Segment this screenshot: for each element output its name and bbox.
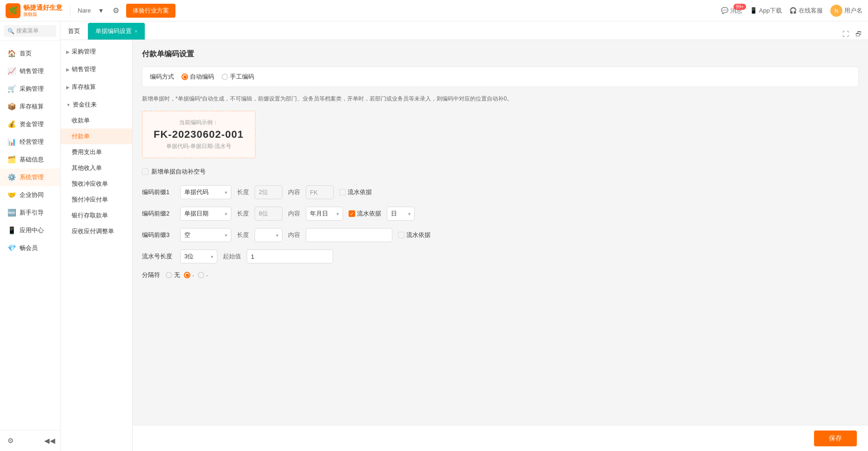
content-area: 首页 单据编码设置 × ⛶ 🗗 ▶ 采购管理 xyxy=(61,21,868,451)
stream1-check[interactable]: 流水依据 xyxy=(339,188,372,196)
tab-home-label: 首页 xyxy=(68,27,80,35)
sub-item-prepay-pay[interactable]: 预付冲应付单 xyxy=(61,192,132,208)
sidebar-item-sales[interactable]: 📈 销售管理 xyxy=(0,62,60,80)
prefix2-value: 单据日期 xyxy=(184,209,209,218)
sidebar-item-home[interactable]: 🏠 首页 xyxy=(0,45,60,62)
prefix2-select[interactable]: 单据日期 ▾ xyxy=(180,207,231,221)
app-download[interactable]: 📱 App下载 xyxy=(750,7,782,15)
content2-select[interactable]: 年月日 ▾ xyxy=(306,207,343,221)
encoding-method-label: 编码方式 xyxy=(150,73,174,81)
sidebar-item-guide[interactable]: 🆕 新手引导 xyxy=(0,204,60,222)
service-label: 在线客服 xyxy=(799,7,823,15)
stream2-select[interactable]: 日 ▾ xyxy=(387,207,415,221)
sub-item-expense[interactable]: 费用支出单 xyxy=(61,144,132,160)
sidebar-item-operation[interactable]: 📊 经营管理 xyxy=(0,133,60,151)
trial-button[interactable]: 体验行业方案 xyxy=(126,4,175,18)
arrow-icon: ▶ xyxy=(66,85,70,90)
save-button[interactable]: 保存 xyxy=(814,431,857,446)
auto-fill-checkbox[interactable]: 新增单据自动补空号 xyxy=(142,168,859,176)
sub-group-inventory-title[interactable]: ▶ 库存核算 xyxy=(61,79,132,95)
arrow-icon: ▶ xyxy=(66,49,70,54)
topbar-right: 💬 消息 99+ 📱 App下载 🎧 在线客服 N 用户名 xyxy=(721,5,862,17)
prefix3-select[interactable]: 空 ▾ xyxy=(180,228,231,242)
sidebar-item-member[interactable]: 💎 畅会员 xyxy=(0,239,60,257)
stream3-label: 流水依据 xyxy=(406,231,431,239)
content2-label: 内容 xyxy=(288,209,300,218)
start-value-input[interactable] xyxy=(247,249,333,263)
form-title: 付款单编码设置 xyxy=(142,49,859,59)
sidebar-item-label: 首页 xyxy=(20,49,32,58)
preview-box: 当前编码示例： FK-20230602-001 单据代码-单据日期-流水号 xyxy=(142,111,256,158)
sales-icon: 📈 xyxy=(7,67,16,75)
app-icon: 📱 xyxy=(750,7,757,14)
prefix3-arrow: ▾ xyxy=(225,233,227,238)
online-service[interactable]: 🎧 在线客服 xyxy=(789,7,823,15)
sidebar-item-system[interactable]: ⚙️ 系统管理 xyxy=(0,168,60,186)
prefix1-select[interactable]: 单据代码 ▾ xyxy=(180,185,231,199)
sidebar-item-app[interactable]: 📱 应用中心 xyxy=(0,222,60,239)
sub-item-prepay-recv[interactable]: 预收冲应收单 xyxy=(61,176,132,192)
sidebar-search[interactable]: 🔍 搜索菜单 xyxy=(0,21,60,41)
finance-icon: 💰 xyxy=(7,120,16,128)
maximize-icon[interactable]: ⛶ xyxy=(840,28,851,40)
prefix1-value: 单据代码 xyxy=(184,188,209,196)
logo: 🌿 畅捷通好生意 旗舰版 xyxy=(6,3,62,18)
message-badge: 99+ xyxy=(733,4,746,10)
restore-icon[interactable]: 🗗 xyxy=(853,28,864,40)
sub-item-payment[interactable]: 付款单 xyxy=(61,128,132,144)
sidebar-item-label: 资金管理 xyxy=(20,120,44,128)
sidebar-item-partner[interactable]: 🤝 企业协同 xyxy=(0,186,60,204)
search-inner[interactable]: 🔍 搜索菜单 xyxy=(4,25,56,37)
search-icon: 🔍 xyxy=(7,28,14,34)
sep-dot2[interactable]: · xyxy=(198,272,208,279)
preview-label: 当前编码示例： xyxy=(154,119,244,127)
sidebar: 🔍 搜索菜单 🏠 首页 📈 销售管理 🛒 采购管理 📦 库存核算 💰 xyxy=(0,21,61,451)
app-label: App下载 xyxy=(759,7,782,15)
tab-encoding[interactable]: 单据编码设置 × xyxy=(88,23,145,40)
collapse-icon[interactable]: ◀◀ xyxy=(43,434,56,447)
user-name: 用户名 xyxy=(844,7,862,15)
inventory-icon: 📦 xyxy=(7,102,16,111)
sub-group-sales-title[interactable]: ▶ 销售管理 xyxy=(61,61,132,77)
auto-fill-label: 新增单据自动补空号 xyxy=(151,168,206,176)
sidebar-item-finance[interactable]: 💰 资金管理 xyxy=(0,115,60,133)
sidebar-item-label: 应用中心 xyxy=(20,226,44,235)
separator-options: 无 · · xyxy=(166,271,208,279)
content3-input[interactable] xyxy=(306,228,392,242)
sub-item-adjust[interactable]: 应收应付调整单 xyxy=(61,223,132,239)
settings-bottom-icon[interactable]: ⚙ xyxy=(4,434,17,447)
tab-home[interactable]: 首页 xyxy=(61,23,88,40)
sep-none-dot xyxy=(166,272,172,278)
radio-auto[interactable]: 自动编码 xyxy=(182,73,214,81)
sidebar-item-purchase[interactable]: 🛒 采购管理 xyxy=(0,80,60,98)
sub-group-purchase-title[interactable]: ▶ 采购管理 xyxy=(61,44,132,60)
home-icon: 🏠 xyxy=(7,49,16,58)
app-center-icon: 📱 xyxy=(7,226,16,235)
stream2-checkbox: ✓ xyxy=(349,210,355,217)
tab-close-icon[interactable]: × xyxy=(135,28,137,34)
settings-icon[interactable]: ⚙ xyxy=(109,4,122,17)
user-area[interactable]: N 用户名 xyxy=(830,5,862,17)
sidebar-item-basic[interactable]: 🗂️ 基础信息 xyxy=(0,151,60,168)
sep-dot[interactable]: · xyxy=(184,272,194,279)
sub-item-receipt[interactable]: 收款单 xyxy=(61,113,132,128)
sidebar-item-inventory[interactable]: 📦 库存核算 xyxy=(0,98,60,115)
dropdown-icon[interactable]: ▾ xyxy=(94,4,108,17)
serial-length-select[interactable]: 3位 ▾ xyxy=(180,249,217,263)
length3-select[interactable]: ▾ xyxy=(255,228,283,242)
sidebar-nav: 🏠 首页 📈 销售管理 🛒 采购管理 📦 库存核算 💰 资金管理 📊 经 xyxy=(0,41,60,430)
sub-item-bank[interactable]: 银行存取款单 xyxy=(61,208,132,223)
sub-item-income[interactable]: 其他收入单 xyxy=(61,160,132,176)
sub-group-sales: ▶ 销售管理 xyxy=(61,61,132,77)
sub-group-finance-title[interactable]: ▼ 资金往来 xyxy=(61,97,132,113)
group-label: 库存核算 xyxy=(72,83,96,91)
sidebar-item-label: 库存核算 xyxy=(20,102,44,111)
stream3-check[interactable]: 流水依据 xyxy=(398,231,431,239)
group-label: 采购管理 xyxy=(72,47,96,56)
message-button[interactable]: 💬 消息 99+ xyxy=(721,7,742,15)
radio-manual[interactable]: 手工编码 xyxy=(222,73,254,81)
stream2-check[interactable]: ✓ 流水依据 xyxy=(349,209,381,218)
member-icon: 💎 xyxy=(7,244,16,252)
sep-none[interactable]: 无 xyxy=(166,271,180,279)
content3-label: 内容 xyxy=(288,231,300,239)
